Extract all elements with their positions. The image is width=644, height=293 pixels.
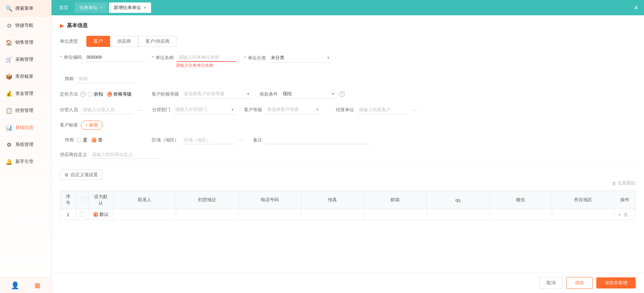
sidebar-item-finance[interactable]: 💰 资金管理 — [0, 85, 51, 102]
shortname-label: 简称 — [60, 76, 74, 82]
add-tag-button[interactable]: + 标签 — [81, 121, 103, 130]
settlement-field: 结算单位 ··· — [336, 106, 420, 114]
row-region-input[interactable] — [556, 212, 611, 217]
sales-icon: 🏠 — [6, 39, 13, 46]
save-new-button[interactable]: 保存并新增 — [596, 277, 636, 288]
tab-home[interactable]: 首页 — [54, 2, 73, 13]
category-select[interactable]: 未分类 ▾ — [269, 53, 331, 63]
search-icon: 🔍 — [6, 5, 13, 12]
row-checkbox-input[interactable] — [80, 212, 85, 217]
radio-no-circle — [92, 138, 96, 143]
payment-label: 收款条件 — [260, 91, 278, 97]
payment-field: 收款条件 现结 ▾ ? — [260, 89, 345, 99]
code-input[interactable] — [85, 53, 144, 62]
sidebar-item-inventory[interactable]: 📦 库存核算 — [0, 68, 51, 85]
row-address[interactable] — [176, 209, 238, 220]
window-close-button[interactable]: ✕ — [631, 3, 641, 13]
customer-price-level-arrow: ▾ — [247, 91, 249, 96]
sidebar-item-guide[interactable]: 🔔 新手引导 — [0, 153, 51, 170]
sidebar-item-sales[interactable]: 🏠 销售管理 — [0, 34, 51, 51]
unit-btn-supplier[interactable]: 供应商 — [110, 36, 138, 47]
dept-select[interactable]: 请输入分管部门 ▾ — [173, 105, 236, 114]
row-wechat-input[interactable] — [493, 212, 548, 217]
basic-icon: 📊 — [6, 124, 13, 131]
row-region[interactable] — [552, 209, 614, 220]
row-phone-input[interactable] — [242, 212, 298, 217]
shortname-row: 简称 — [60, 75, 636, 83]
radio-yes[interactable]: 是 — [77, 137, 87, 143]
settlement-more-btn[interactable]: ··· — [412, 106, 420, 113]
tab-partners-label: 往来单位 — [79, 5, 97, 11]
unit-btn-both[interactable]: 客户/供应商 — [138, 36, 177, 47]
sidebar-item-label: 资金管理 — [15, 90, 33, 97]
pricing-row: 定价方法 ? 折扣 价格等级 客户价格等级 — [60, 89, 636, 99]
sidebar-user-icon[interactable]: 👤 — [11, 281, 19, 290]
pricing-help-icon[interactable]: ? — [80, 91, 86, 97]
save-button[interactable]: 保存 — [566, 277, 593, 289]
radio-discount-circle — [88, 92, 93, 97]
shortname-input[interactable] — [77, 75, 136, 83]
sidebar-item-label: 快捷导航 — [15, 22, 33, 29]
cancel-button[interactable]: 取消 — [539, 277, 563, 289]
radio-no[interactable]: 否 — [92, 137, 102, 143]
row-default-radio[interactable]: 默认 — [92, 211, 110, 218]
col-contact: 联系人 — [113, 191, 176, 209]
category-field: * 单位分类 未分类 ▾ — [244, 53, 331, 63]
region-input[interactable] — [182, 136, 234, 144]
row-add-btn[interactable]: + — [618, 212, 621, 217]
supplier-custom-row: 供应商自定义 — [60, 150, 636, 159]
guide-icon: 🔔 — [6, 158, 13, 165]
col-no: 序号 — [60, 191, 76, 209]
sidebar-item-system[interactable]: ⚙ 系统管理 — [0, 136, 51, 153]
main-area: 首页 往来单位 × 新增往来单位 × ✕ ▶ 基本信息 单位类型 客户 供应商 … — [52, 0, 644, 293]
region-more-btn[interactable]: ··· — [237, 137, 245, 144]
unit-btn-customer[interactable]: 客户 — [86, 36, 110, 47]
row-checkbox[interactable] — [76, 209, 88, 220]
row-fax-input[interactable] — [305, 212, 360, 217]
row-phone[interactable] — [238, 209, 301, 220]
customer-level-select[interactable]: 请选择客户等级 ▾ — [265, 105, 321, 114]
sidebar-item-operation[interactable]: 📋 经营管理 — [0, 102, 51, 119]
row-fax[interactable] — [301, 209, 364, 220]
row-qq[interactable] — [426, 209, 489, 220]
customer-price-level-select[interactable]: 请选择客户价格等级 ▾ — [182, 89, 251, 99]
row-wechat[interactable] — [489, 209, 552, 220]
sidebar-item-quicknav[interactable]: ⊙ 快捷导航 — [0, 17, 51, 34]
sidebar-item-basic[interactable]: 📊 基础信息 — [0, 119, 51, 136]
row-delete-btn[interactable]: 🗑 — [623, 212, 628, 217]
manager-more-btn[interactable]: ··· — [136, 106, 144, 113]
row-contact[interactable] — [113, 209, 176, 220]
radio-yes-circle — [77, 138, 81, 143]
row-email-input[interactable] — [368, 212, 423, 217]
payment-select[interactable]: 现结 ▾ — [281, 89, 336, 99]
batch-delete-label[interactable]: 批量删除 — [618, 180, 636, 186]
remark-input[interactable] — [265, 136, 369, 144]
payment-help-icon[interactable]: ? — [339, 91, 345, 97]
row-email[interactable] — [364, 209, 426, 220]
radio-price-level[interactable]: 价格等级 — [107, 91, 132, 97]
tab-new-partner[interactable]: 新增往来单位 × — [109, 2, 151, 13]
tab-new-partner-close[interactable]: × — [144, 5, 146, 10]
tag-btn-label: + 标签 — [85, 122, 98, 128]
select-all-checkbox[interactable] — [80, 197, 85, 202]
name-input[interactable] — [176, 53, 236, 62]
sidebar-item-purchase[interactable]: 🛒 采购管理 — [0, 51, 51, 68]
settlement-input[interactable] — [357, 106, 409, 114]
dept-label: 分管部门 — [152, 107, 170, 113]
sidebar-menu-icon[interactable]: ▦ — [34, 282, 40, 289]
tab-home-label: 首页 — [59, 5, 68, 11]
radio-discount[interactable]: 折扣 — [88, 91, 103, 97]
content-area: ▶ 基本信息 单位类型 客户 供应商 客户/供应商 * 单位编码 — [52, 15, 644, 272]
name-error-msg: 请输入往来单位名称 — [176, 63, 236, 68]
row-qq-input[interactable] — [430, 212, 486, 217]
col-email: 邮箱 — [364, 191, 426, 209]
row-contact-input[interactable] — [117, 212, 172, 217]
row-address-input[interactable] — [180, 212, 235, 217]
manager-input[interactable] — [81, 106, 133, 114]
tab-partners[interactable]: 往来单位 × — [74, 2, 108, 13]
tab-partners-close[interactable]: × — [100, 5, 103, 10]
supplier-custom-input[interactable] — [90, 150, 159, 159]
sidebar-item-search[interactable]: 🔍 搜索菜单 — [0, 0, 51, 17]
custom-settings-button[interactable]: ⚙ 自定义项设置 — [60, 170, 102, 180]
radio-yes-label: 是 — [83, 137, 87, 143]
